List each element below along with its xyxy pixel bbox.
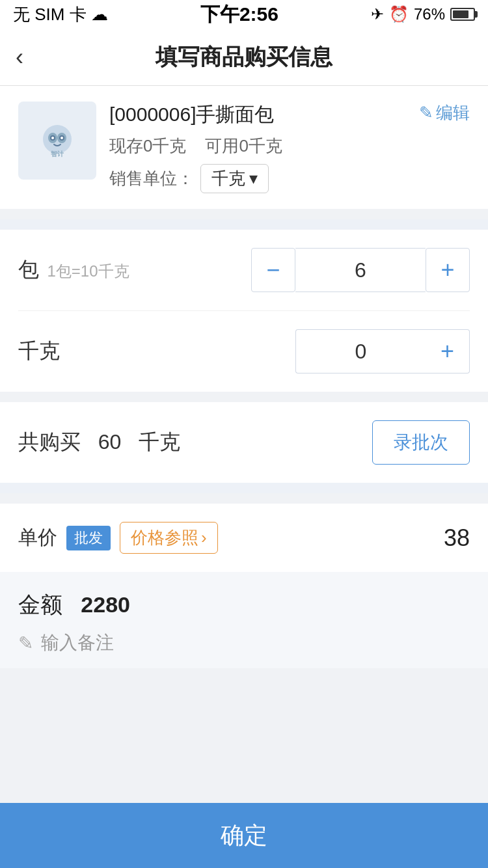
quantity-row-bag: 包 1包=10千克 − + xyxy=(18,230,470,311)
status-right: ✈ ⏰ 76% xyxy=(371,5,475,23)
nav-bar: ‹ 填写商品购买信息 xyxy=(0,29,488,86)
quantity-section: 包 1包=10千克 − + 千克 + xyxy=(0,230,488,392)
product-card: 智计 [0000006]手撕面包 现存0千克 可用0千克 销售单位： 千克 ▾ … xyxy=(0,86,488,209)
note-placeholder: 输入备注 xyxy=(41,631,114,655)
product-unit: 销售单位： 千克 ▾ xyxy=(109,164,406,193)
edit-button[interactable]: ✎ 编辑 xyxy=(419,102,470,124)
svg-point-0 xyxy=(43,125,72,154)
increment-kg-button[interactable]: + xyxy=(426,329,470,373)
price-value: 38 xyxy=(444,524,470,552)
battery-label: 76% xyxy=(414,5,445,23)
price-left: 单价 批发 价格参照 › xyxy=(18,522,218,554)
arrow-icon: › xyxy=(201,528,207,548)
product-stock: 现存0千克 可用0千克 xyxy=(109,135,406,157)
qty-input-bag[interactable] xyxy=(295,248,426,292)
confirm-button[interactable]: 确定 xyxy=(0,803,488,868)
section-divider-2 xyxy=(0,483,488,493)
qty-input-kg[interactable] xyxy=(295,329,426,373)
edit-icon: ✎ xyxy=(419,103,433,123)
status-bar: 无 SIM 卡 ☁ 下午2:56 ✈ ⏰ 76% xyxy=(0,0,488,29)
amount-value: 2280 xyxy=(81,592,130,617)
total-text: 共购买 60 千克 xyxy=(18,428,180,457)
svg-point-5 xyxy=(51,137,54,139)
qty-label-bag: 包 1包=10千克 xyxy=(18,256,129,284)
unit-select[interactable]: 千克 ▾ xyxy=(200,164,269,193)
record-batch-button[interactable]: 录批次 xyxy=(372,420,470,465)
svg-point-6 xyxy=(61,137,63,139)
product-info: [0000006]手撕面包 现存0千克 可用0千克 销售单位： 千克 ▾ xyxy=(109,102,406,193)
batch-tag: 批发 xyxy=(66,526,111,550)
total-amount: 60 xyxy=(98,430,122,454)
status-time: 下午2:56 xyxy=(200,1,278,28)
alarm-icon: ⏰ xyxy=(389,5,409,23)
location-icon: ✈ xyxy=(371,5,384,23)
amount-row: 金额 2280 xyxy=(18,590,470,620)
note-icon: ✎ xyxy=(18,632,33,654)
section-divider-1 xyxy=(0,219,488,230)
svg-text:智计: 智计 xyxy=(50,150,64,157)
note-row[interactable]: ✎ 输入备注 xyxy=(18,631,470,655)
amount-section: 金额 2280 ✎ 输入备注 xyxy=(0,572,488,668)
qty-controls-kg: + xyxy=(295,329,470,373)
status-left: 无 SIM 卡 ☁ xyxy=(13,3,108,26)
product-image: 智计 xyxy=(18,102,96,180)
dropdown-icon: ▾ xyxy=(249,169,258,189)
page-title: 填写商品购买信息 xyxy=(156,42,332,72)
quantity-row-kg: 千克 + xyxy=(18,311,470,392)
decrement-bag-button[interactable]: − xyxy=(251,248,295,292)
increment-bag-button[interactable]: + xyxy=(426,248,470,292)
total-section: 共购买 60 千克 录批次 xyxy=(0,402,488,483)
price-ref-button[interactable]: 价格参照 › xyxy=(120,522,218,554)
qty-label-kg: 千克 xyxy=(18,337,60,366)
back-button[interactable]: ‹ xyxy=(16,44,23,71)
product-name: [0000006]手撕面包 xyxy=(109,102,406,128)
battery-icon xyxy=(450,8,475,21)
sim-label: 无 SIM 卡 ☁ xyxy=(13,3,108,26)
qty-controls-bag: − + xyxy=(251,248,470,292)
price-section: 单价 批发 价格参照 › 38 xyxy=(0,504,488,572)
